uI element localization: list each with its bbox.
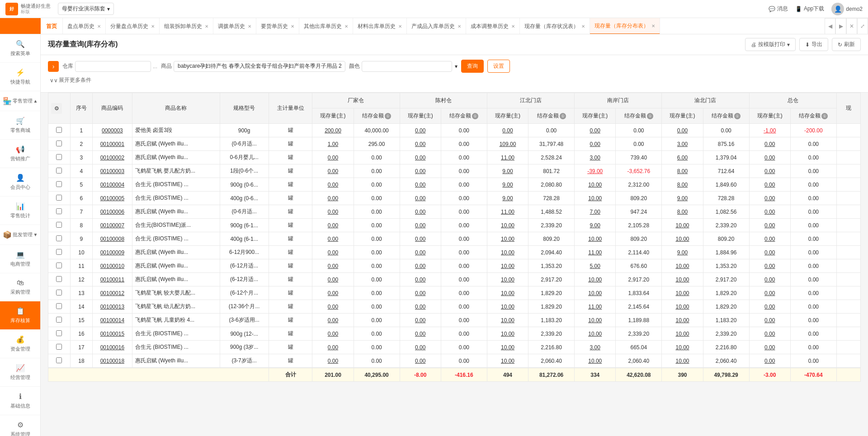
download-icon: 📱 bbox=[795, 6, 802, 12]
refresh-icon: ↻ bbox=[838, 42, 842, 48]
sidebar-item-quicknav[interactable]: ⚡ 快捷导航 bbox=[0, 63, 40, 91]
th-name: 商品名称 bbox=[132, 93, 220, 124]
message-btn[interactable]: 💬 消息 bbox=[769, 5, 788, 13]
table-row: 1000100009惠氏启赋 (Wyeth illu...6-12月900...… bbox=[48, 246, 861, 259]
th-na-qty: 现存量(主) bbox=[575, 108, 616, 124]
nav-next[interactable]: ▶ bbox=[835, 18, 846, 34]
table-row: 1300100012飞鹤星飞帆 较大婴儿配...(6-12个月...罐0.000… bbox=[48, 286, 861, 300]
user-menu[interactable]: 👤 demo2 bbox=[831, 3, 863, 15]
export-btn[interactable]: ⬇ 导出 bbox=[799, 38, 828, 51]
table-row: 1700100016合生元 (BIOSTIME) ...900g (3岁...罐… bbox=[48, 341, 861, 354]
tab-fenpandian[interactable]: 分量盘点单历史 ✕ bbox=[106, 18, 160, 34]
warehouse-field: 仓库 ... bbox=[62, 61, 157, 72]
nav-tabs: 首页 盘点单历史 ✕ 分量盘点单历史 ✕ 组装拆卸单历史 ✕ 调拨单历史 ✕ 要… bbox=[41, 18, 825, 34]
app-download-btn[interactable]: 📱 App下载 bbox=[795, 5, 824, 13]
sidebar-item-basic[interactable]: ℹ 基础信息 bbox=[0, 387, 40, 415]
sidebar-item-finance[interactable]: 💰 资金管理 bbox=[0, 330, 40, 358]
th-unit: 主计量单位 bbox=[269, 93, 312, 124]
quick-nav-icon: ⚡ bbox=[16, 68, 25, 77]
settings-icon[interactable]: ⚙ bbox=[51, 103, 62, 114]
th-settings[interactable]: ⚙ bbox=[48, 93, 71, 124]
tab-cailiaochu[interactable]: 材料出库单历史 ✕ bbox=[353, 18, 407, 34]
expand-conditions-btn[interactable]: ∨∨ 展开更多条件 bbox=[48, 75, 861, 86]
operation-icon: 📈 bbox=[16, 364, 25, 372]
tab-chengben[interactable]: 成本调整单历史 ✕ bbox=[466, 18, 520, 34]
close-icon[interactable]: ✕ bbox=[458, 24, 461, 29]
close-icon[interactable]: ✕ bbox=[205, 24, 208, 29]
nav-close-all[interactable]: ✕ bbox=[846, 18, 857, 34]
table-row: 10000003爱他美 卤蛋3段900g罐200.0040,000.000.00… bbox=[48, 124, 861, 137]
warehouse-input[interactable] bbox=[75, 61, 151, 72]
close-icon[interactable]: ✕ bbox=[344, 24, 348, 29]
tab-home[interactable]: 首页 bbox=[41, 18, 63, 34]
close-icon[interactable]: ✕ bbox=[291, 24, 294, 29]
tab-chanchengpin[interactable]: 产成品入库单历史 ✕ bbox=[407, 18, 466, 34]
tab-kucunkuang[interactable]: 现存量（库存状况表）✕ bbox=[520, 18, 590, 34]
content-area: 现存量查询(库存分布) 🖨 按模版打印 ▾ ⬇ 导出 ↻ 刷新 bbox=[41, 34, 868, 436]
tab-kucunfenbu[interactable]: 现存量（库存分布表）✕ bbox=[590, 18, 660, 34]
sidebar-item-retail[interactable]: 🏪 零售管理 ▲ bbox=[0, 91, 40, 111]
tab-qitachu[interactable]: 其他出库单历史 ✕ bbox=[299, 18, 353, 34]
sidebar: 🔍 搜索英单 ⚡ 快捷导航 🏪 零售管理 ▲ 🛒 零售商城 📢 营销推广 👤 会… bbox=[0, 34, 41, 436]
info-icon[interactable]: ① bbox=[647, 113, 653, 119]
close-icon[interactable]: ✕ bbox=[651, 23, 655, 28]
marketing-icon: 📢 bbox=[16, 145, 25, 154]
th-nanan: 南岸门店 bbox=[575, 93, 662, 108]
inventory-table: ⚙ 序号 商品编码 商品名称 规格型号 主计量单位 厂家仓 陈村仓 江北门店 南… bbox=[48, 93, 861, 382]
th-chencuncang: 陈村仓 bbox=[400, 93, 487, 108]
main-layout: 🔍 搜索英单 ⚡ 快捷导航 🏪 零售管理 ▲ 🛒 零售商城 📢 营销推广 👤 会… bbox=[0, 34, 868, 436]
avatar: 👤 bbox=[831, 3, 844, 15]
sidebar-item-ecommerce[interactable]: 💻 电商管理 bbox=[0, 245, 40, 273]
sidebar-item-search[interactable]: 🔍 搜索英单 bbox=[0, 34, 40, 63]
sidebar-item-purchase[interactable]: 🛍 采购管理 bbox=[0, 273, 40, 301]
th-changjiancang: 厂家仓 bbox=[312, 93, 400, 108]
table-row: 400100003飞鹤星飞帆 婴儿配方奶...1段(0-6个...罐0.000.… bbox=[48, 164, 861, 178]
logo-text: 畅捷通好生意 标版 bbox=[21, 3, 51, 14]
close-icon[interactable]: ✕ bbox=[97, 24, 101, 29]
top-bar: 好 畅捷通好生意 标版 母婴行业演示陈套 ▾ 💬 消息 📱 App下载 👤 de… bbox=[0, 0, 868, 18]
close-icon[interactable]: ✕ bbox=[398, 24, 402, 29]
sidebar-item-retailstat[interactable]: 📊 零售统计 bbox=[0, 197, 40, 225]
table-row: 800100007合生元(BIOSTIME)派...900g (6-1...罐0… bbox=[48, 219, 861, 232]
th-zongcang: 总仓 bbox=[749, 93, 836, 108]
table-row: 1500100014飞鹤星飞帆 儿童奶粉 4...(3-6岁适用...罐0.00… bbox=[48, 314, 861, 327]
sidebar-item-inventory[interactable]: 📋 库存核算 bbox=[0, 301, 40, 330]
tab-diaob[interactable]: 调拨单历史 ✕ bbox=[213, 18, 256, 34]
info-icon[interactable]: ① bbox=[385, 113, 391, 119]
refresh-btn[interactable]: ↻ 刷新 bbox=[832, 38, 861, 51]
info-icon[interactable]: ① bbox=[734, 113, 741, 119]
sidebar-item-wholesale[interactable]: 📦 批发管理 ▼ bbox=[0, 225, 40, 245]
settings-btn[interactable]: 设置 bbox=[487, 60, 510, 73]
sidebar-item-operation[interactable]: 📈 经营管理 bbox=[0, 358, 40, 387]
info-icon[interactable]: ① bbox=[560, 113, 566, 119]
th-na-amount: 结存金额① bbox=[616, 108, 662, 124]
goods-input[interactable] bbox=[174, 61, 345, 72]
nav-expand[interactable]: ⤢ bbox=[857, 18, 868, 34]
close-icon[interactable]: ✕ bbox=[511, 24, 515, 29]
close-icon[interactable]: ✕ bbox=[151, 24, 155, 29]
tab-zuzhang[interactable]: 组装拆卸单历史 ✕ bbox=[160, 18, 213, 34]
retail-icon: 🏪 bbox=[3, 97, 12, 105]
close-icon[interactable]: ✕ bbox=[581, 24, 585, 29]
color-input[interactable] bbox=[362, 61, 452, 72]
th-cjc-qty: 现存量(主) bbox=[312, 108, 354, 124]
table-row: 500100004合生元 (BIOSTIME) ...900g (0-6...罐… bbox=[48, 178, 861, 192]
tab-yaohuo[interactable]: 要货单历史 ✕ bbox=[256, 18, 299, 34]
query-btn[interactable]: 查询 bbox=[461, 60, 484, 73]
nav-prev[interactable]: ◀ bbox=[825, 18, 835, 34]
info-icon[interactable]: ① bbox=[472, 113, 478, 119]
info-icon[interactable]: ① bbox=[821, 113, 828, 119]
print-btn[interactable]: 🖨 按模版打印 ▾ bbox=[745, 38, 796, 51]
sidebar-item-marketing[interactable]: 📢 营销推广 bbox=[0, 140, 40, 168]
sidebar-item-member[interactable]: 👤 会员中心 bbox=[0, 168, 40, 197]
store-selector[interactable]: 母婴行业演示陈套 ▾ bbox=[58, 3, 114, 15]
close-icon[interactable]: ✕ bbox=[248, 24, 251, 29]
tab-pandian[interactable]: 盘点单历史 ✕ bbox=[63, 18, 106, 34]
expand-search-btn[interactable]: › bbox=[48, 61, 59, 72]
sidebar-item-mall[interactable]: 🛒 零售商城 bbox=[0, 111, 40, 140]
sidebar-item-system[interactable]: ⚙ 系统管理 bbox=[0, 415, 40, 436]
mall-icon: 🛒 bbox=[16, 117, 25, 125]
ecommerce-icon: 💻 bbox=[16, 250, 25, 259]
purchase-icon: 🛍 bbox=[17, 279, 24, 287]
logo-icon: 好 bbox=[5, 3, 18, 15]
